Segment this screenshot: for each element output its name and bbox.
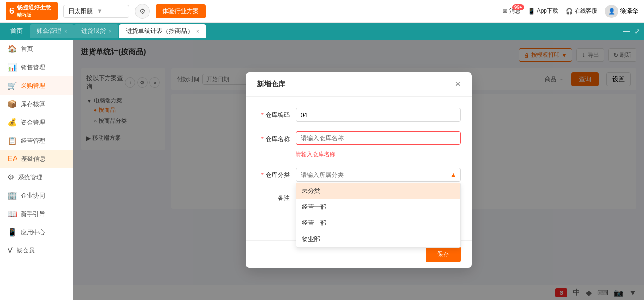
category-label: 仓库分类 (257, 168, 290, 179)
operation-icon: 📋 (8, 136, 17, 145)
sidebar-label-base: 基础信息 (21, 155, 46, 163)
modal-overlay[interactable]: 新增仓库 × 仓库编码 仓库名称 (73, 40, 644, 300)
category-dropdown: 未分类 经营一部 经营二部 物业部 (296, 183, 461, 248)
tab-home-label: 首页 (10, 27, 23, 35)
system-icon: ⚙ (8, 173, 14, 182)
member-icon: V (8, 246, 13, 255)
store-arrow-icon: ▼ (97, 8, 103, 15)
dropdown-item-2[interactable]: 经营二部 (296, 215, 460, 231)
code-input[interactable] (296, 108, 461, 122)
gear-button[interactable]: ⚙ (135, 4, 150, 19)
gear-icon: ⚙ (140, 8, 146, 15)
sidebar-item-purchase[interactable]: 🛒 采购管理 (0, 76, 73, 95)
app-download-button[interactable]: 📱 App下载 (528, 7, 558, 15)
logo-icon: 6 (9, 6, 14, 16)
online-service-label: 在线客服 (575, 7, 597, 15)
sidebar-item-system[interactable]: ⚙ 系统管理 (0, 168, 73, 186)
remark-label: 备注 (257, 191, 290, 202)
sidebar-item-enterprise[interactable]: 🏢 企业协同 (0, 186, 73, 205)
tab-purchase-return-close[interactable]: × (108, 28, 111, 34)
name-input[interactable] (296, 131, 461, 145)
main-layout: 🏠 首页 📊 销售管理 🛒 采购管理 📦 库存核算 💰 资金管理 📋 经营管理 … (0, 40, 644, 300)
tab-accounts[interactable]: 账套管理 × (30, 24, 74, 38)
sidebar-label-enterprise: 企业协同 (21, 192, 45, 200)
save-button[interactable]: 保存 (426, 246, 461, 262)
sales-icon: 📊 (8, 63, 17, 72)
tab-accounts-close[interactable]: × (64, 28, 67, 34)
sidebar-label-guide: 新手引导 (21, 210, 45, 218)
sidebar-label-home: 首页 (21, 45, 33, 53)
user-menu[interactable]: 👤 徐泽华 (605, 5, 638, 18)
tab-purchase-stats[interactable]: 进货单统计表（按商品） × (119, 24, 206, 38)
name-error-msg: 请输入仓库名称 (296, 151, 335, 158)
name-label: 仓库名称 (257, 132, 290, 143)
sidebar-item-home[interactable]: 🏠 首页 (0, 40, 73, 58)
sidebar-label-apps: 应用中心 (21, 228, 45, 237)
home-icon: 🏠 (8, 44, 17, 53)
category-input[interactable] (296, 168, 461, 182)
sidebar-label-purchase: 采购管理 (21, 82, 45, 90)
dropdown-item-0[interactable]: 未分类 (296, 183, 460, 199)
sidebar: 🏠 首页 📊 销售管理 🛒 采购管理 📦 库存核算 💰 资金管理 📋 经营管理 … (0, 40, 73, 300)
sidebar-label-inventory: 库存核算 (21, 100, 45, 108)
inventory-icon: 📦 (8, 100, 17, 108)
code-label: 仓库编码 (257, 108, 290, 119)
tab-actions: — ⤢ (623, 27, 640, 36)
form-row-name: 仓库名称 请输入仓库名称 (257, 131, 461, 158)
sidebar-item-inventory[interactable]: 📦 库存核算 (0, 95, 73, 113)
content-area: 进货单统计(按商品) 🖨 按模板打印 ▼ ⤓ 导出 ↻ 刷新 (73, 40, 644, 300)
sidebar-item-base[interactable]: EA 基础信息 (0, 150, 73, 168)
tab-accounts-label: 账套管理 (37, 27, 61, 35)
headset-icon: 🎧 (566, 8, 573, 15)
sidebar-item-guide[interactable]: 📖 新手引导 (0, 205, 73, 223)
guide-icon: 📖 (8, 209, 17, 218)
tab-purchase-return[interactable]: 进货退货 × (74, 24, 118, 38)
modal-new-warehouse: 新增仓库 × 仓库编码 仓库名称 (246, 72, 472, 268)
tab-purchase-stats-close[interactable]: × (196, 28, 199, 34)
base-icon: EA (8, 155, 17, 163)
store-selector[interactable]: 日太阳膜 ▼ (63, 5, 129, 18)
top-header: 6 畅捷通好生意 精巧版 日太阳膜 ▼ ⚙ 体验行业方案 ✉ 消息 99+ 📱 … (0, 0, 644, 23)
online-service-button[interactable]: 🎧 在线客服 (566, 7, 597, 15)
sidebar-label-system: 系统管理 (18, 173, 42, 182)
purchase-icon: 🛒 (8, 81, 17, 90)
store-name: 日太阳膜 (68, 7, 93, 16)
message-button[interactable]: ✉ 消息 99+ (503, 7, 520, 15)
sidebar-label-member: 畅会员 (17, 246, 35, 255)
dropdown-item-1[interactable]: 经营一部 (296, 199, 460, 215)
message-badge: 99+ (512, 4, 524, 10)
sidebar-item-apps[interactable]: 📱 应用中心 (0, 223, 73, 242)
username: 徐泽华 (620, 7, 638, 16)
experience-button[interactable]: 体验行业方案 (156, 4, 206, 18)
form-row-category: 仓库分类 ▲ 未分类 经营一部 经营二部 物业部 (257, 168, 461, 182)
dropdown-item-3[interactable]: 物业部 (296, 231, 460, 247)
tab-home[interactable]: 首页 (4, 24, 29, 38)
modal-close-button[interactable]: × (455, 80, 461, 88)
sidebar-item-sales[interactable]: 📊 销售管理 (0, 58, 73, 76)
tab-minimize-icon[interactable]: — (623, 27, 630, 36)
tab-bar: 首页 账套管理 × 进货退货 × 进货单统计表（按商品） × — ⤢ (0, 23, 644, 40)
apps-icon: 📱 (8, 228, 17, 237)
app-icon: 📱 (528, 8, 535, 15)
tab-purchase-return-label: 进货退货 (81, 27, 106, 35)
logo: 6 畅捷通好生意 精巧版 (6, 2, 58, 20)
sidebar-label-sales: 销售管理 (21, 63, 45, 72)
sidebar-label-finance: 资金管理 (21, 118, 45, 127)
category-select-wrap: ▲ 未分类 经营一部 经营二部 物业部 (296, 168, 461, 182)
logo-title: 畅捷通好生意 (17, 4, 51, 12)
tab-purchase-stats-label: 进货单统计表（按商品） (126, 27, 193, 35)
message-icon: ✉ (503, 8, 507, 15)
sidebar-item-operation[interactable]: 📋 经营管理 (0, 132, 73, 150)
logo-subtitle: 精巧版 (17, 12, 51, 18)
modal-body: 仓库编码 仓库名称 请输入仓库名称 (246, 97, 472, 240)
enterprise-icon: 🏢 (8, 191, 17, 200)
sidebar-label-operation: 经营管理 (21, 137, 45, 145)
modal-title: 新增仓库 (257, 80, 285, 89)
sidebar-item-member[interactable]: V 畅会员 (0, 242, 73, 259)
app-download-label: App下载 (537, 7, 558, 15)
modal-header: 新增仓库 × (246, 72, 472, 97)
form-row-code: 仓库编码 (257, 108, 461, 122)
header-right: ✉ 消息 99+ 📱 App下载 🎧 在线客服 👤 徐泽华 (503, 5, 638, 18)
tab-expand-icon[interactable]: ⤢ (634, 27, 640, 36)
sidebar-item-finance[interactable]: 💰 资金管理 (0, 113, 73, 132)
